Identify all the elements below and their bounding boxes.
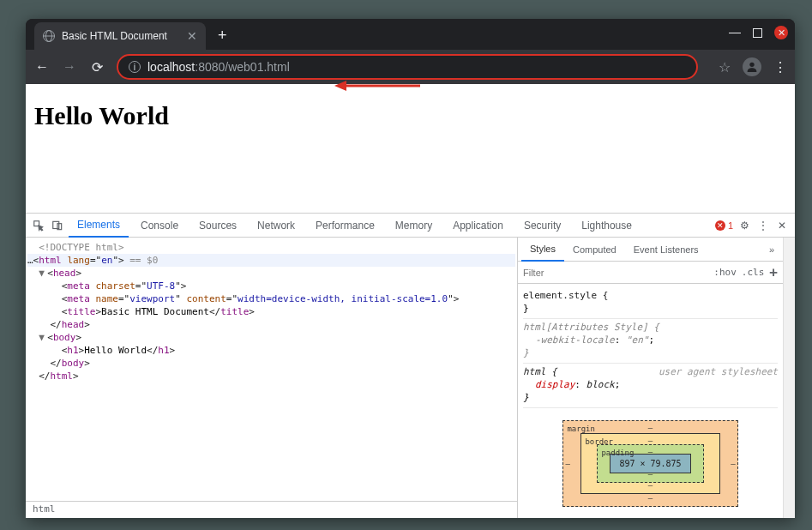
kebab-menu-icon[interactable]: ⋮: [773, 59, 786, 75]
tab-security[interactable]: Security: [515, 214, 569, 237]
svg-point-0: [749, 63, 754, 67]
new-style-rule-icon[interactable]: +: [769, 264, 778, 280]
tab-lighthouse[interactable]: Lighthouse: [573, 214, 641, 237]
scrollbar[interactable]: [783, 238, 795, 518]
styles-filter-input[interactable]: [523, 268, 708, 278]
site-info-icon[interactable]: i: [129, 61, 141, 73]
minimize-icon[interactable]: —: [729, 27, 741, 39]
page-viewport: Hello World: [26, 84, 795, 213]
inspect-icon[interactable]: [31, 218, 46, 233]
close-tab-icon[interactable]: ✕: [187, 29, 197, 43]
tab-network[interactable]: Network: [249, 214, 304, 237]
browser-tab[interactable]: Basic HTML Document ✕: [34, 22, 206, 50]
cls-toggle[interactable]: .cls: [742, 267, 765, 278]
reload-icon[interactable]: ⟳: [89, 59, 105, 75]
toolbar: ← → ⟳ i localhost:8080/web01.html ☆ ⋮: [26, 50, 795, 84]
styles-filter-row: :hov .cls +: [518, 262, 783, 284]
styles-tab-computed[interactable]: Computed: [564, 238, 625, 261]
dom-tree[interactable]: <!DOCTYPE html> …<html lang="en"> == $0 …: [26, 238, 517, 501]
svg-rect-4: [53, 221, 59, 228]
url-host: localhost: [147, 60, 195, 74]
elements-panel: <!DOCTYPE html> …<html lang="en"> == $0 …: [26, 238, 517, 518]
profile-icon[interactable]: [743, 57, 761, 76]
styles-tabs: Styles Computed Event Listeners »: [518, 238, 783, 262]
hov-toggle[interactable]: :hov: [713, 267, 737, 278]
tab-elements[interactable]: Elements: [69, 214, 129, 238]
back-icon[interactable]: ←: [34, 59, 50, 75]
tab-application[interactable]: Application: [444, 214, 512, 237]
titlebar: Basic HTML Document ✕ + — ✕: [26, 19, 795, 50]
settings-icon[interactable]: ⚙: [737, 218, 752, 233]
more-icon[interactable]: ⋮: [755, 218, 771, 233]
tab-sources[interactable]: Sources: [190, 214, 245, 237]
tab-title: Basic HTML Document: [62, 30, 167, 42]
forward-icon[interactable]: →: [62, 59, 77, 75]
window-controls: — ✕: [729, 26, 788, 39]
tab-memory[interactable]: Memory: [387, 214, 441, 237]
tab-performance[interactable]: Performance: [307, 214, 383, 237]
bookmark-icon[interactable]: ☆: [719, 59, 731, 75]
maximize-icon[interactable]: [753, 28, 762, 38]
close-devtools-icon[interactable]: ✕: [774, 218, 790, 233]
url-path: :8080/web01.html: [195, 60, 290, 74]
styles-tab-styles[interactable]: Styles: [521, 238, 564, 262]
browser-window: Basic HTML Document ✕ + — ✕ ← → ⟳ i loca…: [26, 19, 795, 518]
close-window-icon[interactable]: ✕: [774, 26, 788, 39]
styles-tab-listeners[interactable]: Event Listeners: [625, 238, 707, 261]
error-badge[interactable]: ✕1: [715, 220, 733, 231]
new-tab-button[interactable]: +: [218, 27, 227, 45]
url-text: localhost:8080/web01.html: [147, 60, 290, 74]
page-heading: Hello World: [34, 101, 786, 130]
styles-panel: Styles Computed Event Listeners » :hov .…: [517, 238, 783, 518]
box-model: margin – – border – padding – 897 × 79.8…: [523, 408, 778, 518]
devtools-panel: Elements Console Sources Network Perform…: [26, 213, 795, 518]
devtools-tabs: Elements Console Sources Network Perform…: [26, 214, 795, 238]
styles-rules[interactable]: element.style { } html[Attributes Style]…: [518, 284, 783, 518]
address-bar[interactable]: i localhost:8080/web01.html: [117, 54, 698, 80]
device-toggle-icon[interactable]: [50, 218, 65, 233]
globe-icon: [43, 30, 55, 42]
breadcrumb[interactable]: html: [26, 501, 517, 518]
styles-more-icon[interactable]: »: [764, 244, 779, 255]
tab-console[interactable]: Console: [132, 214, 187, 237]
